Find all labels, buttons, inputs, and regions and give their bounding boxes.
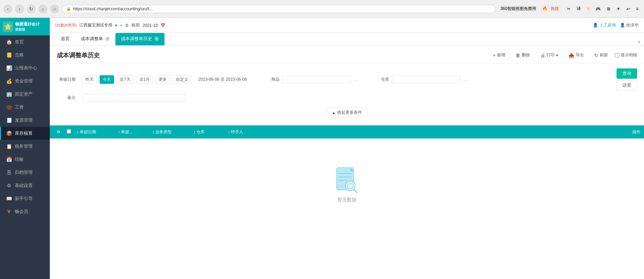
th-date[interactable]: ↕ 单据日期: [74, 129, 115, 135]
sidebar-item-guide[interactable]: 📖 新手引导: [0, 192, 50, 205]
remark-filter-label: 备注: [57, 95, 76, 101]
top-bar-right: 👤 人工咨询 👤 徐泽华: [593, 22, 639, 28]
1month-btn[interactable]: 近1月: [136, 75, 153, 84]
refresh-page-btn[interactable]: ↻ 刷新: [591, 51, 611, 60]
th-date-label: ↕ 单据日期: [77, 129, 96, 135]
sidebar-item-close[interactable]: 📅 结账: [0, 153, 50, 166]
home-icon: 🏠: [6, 39, 12, 45]
warehouse-filter-input[interactable]: [392, 76, 461, 83]
tab-cost-adjust[interactable]: 成本调整单 ×: [75, 33, 115, 45]
brightness-tool[interactable]: ☀: [614, 6, 622, 12]
nav-back-btn[interactable]: ‹: [3, 4, 12, 13]
filter-setting-btn[interactable]: 设置: [617, 80, 637, 90]
select-all-checkbox[interactable]: [67, 129, 71, 134]
query-btn[interactable]: 查询: [617, 68, 637, 79]
th-warehouse-label: ↕ 仓库: [193, 129, 205, 135]
refresh-btn[interactable]: ↻: [27, 4, 36, 13]
goods-filter-input[interactable]: [282, 76, 351, 83]
th-settings[interactable]: ⚙: [53, 130, 64, 134]
remark-filter-input[interactable]: [82, 94, 185, 101]
goods-filter-label: 商品: [261, 77, 280, 82]
hot-search[interactable]: 🔥 热搜: [540, 5, 563, 12]
tab-cost-adjust-history-close[interactable]: ×: [154, 36, 159, 41]
th-ops: 操作: [620, 129, 641, 135]
sidebar-item-invoice[interactable]: 🧾 发票管理: [0, 114, 50, 127]
custom-btn[interactable]: 自定义: [173, 75, 191, 84]
sidebar-item-fixed-label: 固定资产: [15, 91, 33, 97]
home-btn[interactable]: ⌂: [38, 4, 47, 13]
member-icon: V: [6, 209, 12, 214]
sidebar-item-close-label: 结账: [15, 156, 24, 163]
7days-btn[interactable]: 近7天: [117, 75, 134, 84]
global-close-btn[interactable]: ×: [637, 39, 641, 45]
tab-cost-adjust-close[interactable]: ×: [105, 36, 110, 41]
sidebar: 🌟 畅捷通好会计 旗舰版 🏠 首页 📒 总账 📊 云报表中心 💰 资金管理 🏢 …: [0, 18, 50, 279]
gold-tool[interactable]: ¥: [585, 6, 591, 12]
display-detail-checkbox[interactable]: [615, 53, 619, 57]
display-detail: 显示明细: [615, 52, 637, 58]
th-handler[interactable]: ↕ 经手人: [225, 129, 266, 135]
sidebar-item-salary[interactable]: 💼 工资: [0, 101, 50, 114]
inventory-icon: 📦: [6, 131, 12, 136]
table-header: ⚙ ↕ 单据日期 ↕ 单据... ↕ 业务类型 ↕ 仓库 ↕: [50, 125, 644, 138]
service-label: 人工咨询: [599, 23, 616, 27]
reports-icon: 📊: [6, 65, 12, 71]
goods-more-btn[interactable]: ...: [355, 77, 359, 82]
sidebar-item-fixed[interactable]: 🏢 固定资产: [0, 88, 50, 101]
add-btn[interactable]: + 新增: [489, 51, 509, 60]
page-title: 成本调整单历史: [57, 51, 100, 59]
translate-tool[interactable]: 译: [575, 5, 583, 12]
company-settings-btn[interactable]: ⚙: [125, 23, 129, 28]
delete-btn[interactable]: 🗑 删除: [512, 51, 533, 60]
calendar-btn[interactable]: 📅: [160, 23, 166, 28]
tab-bar: 首页 成本调整单 × 成本调整单历史 × ×: [50, 33, 644, 46]
logo-icon: 🌟: [3, 22, 13, 32]
print-btn[interactable]: 🖨 打印 ▾: [537, 51, 562, 60]
empty-icon: [331, 166, 362, 197]
yesterday-btn[interactable]: 昨天: [82, 75, 97, 84]
url-bar[interactable]: 🔒 https://cloud.chanjet.com/accounting/u…: [62, 5, 496, 13]
th-warehouse[interactable]: ↕ 仓库: [191, 129, 225, 135]
nav-forward-btn[interactable]: ›: [15, 4, 24, 13]
empty-state: 暂无数据: [50, 138, 644, 231]
grid-tool[interactable]: ⊞: [605, 6, 612, 12]
export-btn[interactable]: 📤 导出: [565, 51, 587, 60]
sidebar-logo: 🌟 畅捷通好会计 旗舰版: [0, 18, 50, 35]
sidebar-item-funds[interactable]: 💰 资金管理: [0, 75, 50, 88]
star-btn[interactable]: ☆: [50, 4, 59, 13]
th-checkbox[interactable]: [64, 129, 74, 135]
sidebar-item-archive[interactable]: 🗄 归档管理: [0, 166, 50, 179]
service-icon: 👤: [593, 23, 598, 27]
tab-home[interactable]: 首页: [55, 33, 75, 45]
sidebar-item-home-label: 首页: [15, 39, 24, 45]
sidebar-item-basic[interactable]: ⚙ 基础设置: [0, 179, 50, 192]
top-bar-left: (勿删勿禁用) 江西服宝测试专用 ▾ + ⚙ 账期 2021-10 📅: [55, 22, 166, 28]
collapse-filter-btn[interactable]: ▲ 收起更多条件: [326, 108, 368, 118]
th-voucher[interactable]: ↕ 单据...: [115, 129, 149, 135]
sidebar-item-tax[interactable]: 📋 税务管理: [0, 140, 50, 153]
tab-cost-adjust-history[interactable]: 成本调整单历史 ×: [115, 33, 165, 45]
sidebar-item-reports[interactable]: 📊 云报表中心: [0, 62, 50, 75]
browser-tools: 360智能抠图免费用 🔥 热搜 ✂ 译 ¥ 🎮 ⊞ ☀ ↩ ≡: [498, 5, 641, 12]
company-dropdown-icon[interactable]: ▾: [115, 23, 117, 28]
page-area: 成本调整单历史 + 新增 🗑 删除 🖨 打印 ▾: [50, 46, 644, 279]
logo-text-area: 畅捷通好会计 旗舰版: [15, 21, 40, 32]
sidebar-item-member[interactable]: V 畅会员: [0, 205, 50, 218]
warehouse-more-btn[interactable]: ...: [465, 77, 468, 82]
360-tool[interactable]: 360智能抠图免费用: [498, 5, 538, 12]
guide-icon: 📖: [6, 196, 12, 201]
sidebar-item-archive-label: 归档管理: [15, 169, 33, 176]
add-company-btn[interactable]: +: [120, 23, 122, 28]
th-biztype[interactable]: ↕ 业务类型: [149, 129, 191, 135]
user-area[interactable]: 👤 徐泽华: [620, 22, 639, 28]
game-tool[interactable]: 🎮: [594, 6, 603, 12]
today-btn[interactable]: 今天: [100, 75, 114, 84]
sidebar-item-inventory[interactable]: 📦 库存核算: [0, 127, 50, 140]
undo-tool[interactable]: ↩: [624, 6, 632, 12]
scissors-tool[interactable]: ✂: [565, 6, 573, 12]
service-btn[interactable]: 👤 人工咨询: [593, 22, 615, 28]
sidebar-item-home[interactable]: 🏠 首页: [0, 35, 50, 48]
sidebar-item-ledger[interactable]: 📒 总账: [0, 48, 50, 62]
menu-tool[interactable]: ≡: [634, 6, 641, 12]
more-btn[interactable]: 更多: [156, 75, 170, 84]
